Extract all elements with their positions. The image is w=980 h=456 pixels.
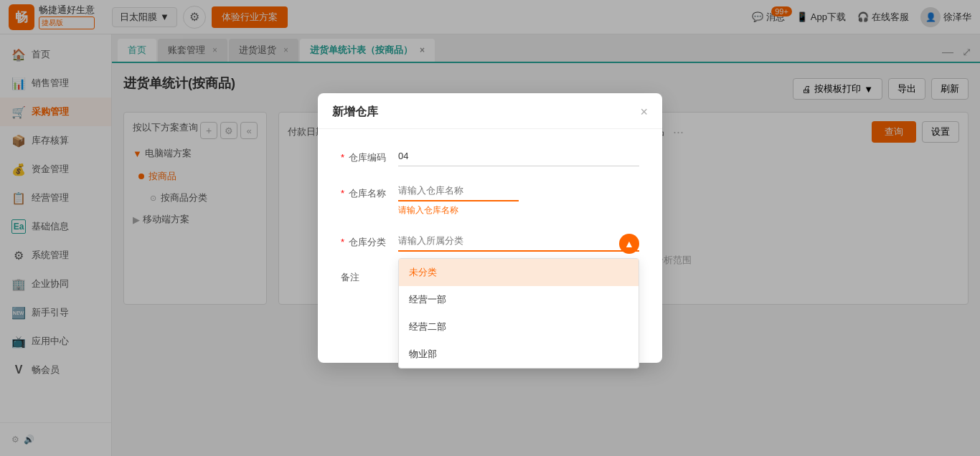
form-row-category: * 仓库分类 ▲ 未分类 经营一部 经营二部 物业部	[341, 231, 639, 252]
form-row-name: * 仓库名称 请输入仓库名称	[341, 181, 639, 217]
category-dropdown-list: 未分类 经营一部 经营二部 物业部	[398, 258, 639, 369]
dropdown-item-dept1[interactable]: 经营一部	[399, 286, 639, 313]
modal-overlay[interactable]: 新增仓库 × * 仓库编码 * 仓库名称	[0, 0, 980, 456]
modal-header: 新增仓库 ×	[318, 93, 662, 129]
new-warehouse-modal: 新增仓库 × * 仓库编码 * 仓库名称	[318, 93, 662, 363]
name-error-msg: 请输入仓库名称	[398, 205, 458, 215]
dropdown-item-uncategorized[interactable]: 未分类	[399, 259, 639, 286]
category-label: * 仓库分类	[341, 231, 398, 249]
modal-title: 新增仓库	[332, 105, 378, 120]
dropdown-item-dept3[interactable]: 物业部	[399, 341, 639, 368]
modal-close-button[interactable]: ×	[640, 105, 648, 120]
name-label: * 仓库名称	[341, 182, 398, 200]
category-input[interactable]	[398, 231, 639, 252]
name-input[interactable]	[398, 181, 519, 201]
remark-label: 备注	[341, 266, 398, 284]
dropdown-toggle-button[interactable]: ▲	[619, 234, 639, 254]
code-input[interactable]	[398, 146, 639, 166]
category-dropdown: ▲ 未分类 经营一部 经营二部 物业部	[398, 231, 639, 252]
code-label: * 仓库编码	[341, 146, 398, 164]
dropdown-item-dept2[interactable]: 经营二部	[399, 313, 639, 341]
modal-body: * 仓库编码 * 仓库名称 请输入仓库名称	[318, 129, 662, 317]
form-row-code: * 仓库编码	[341, 146, 639, 166]
